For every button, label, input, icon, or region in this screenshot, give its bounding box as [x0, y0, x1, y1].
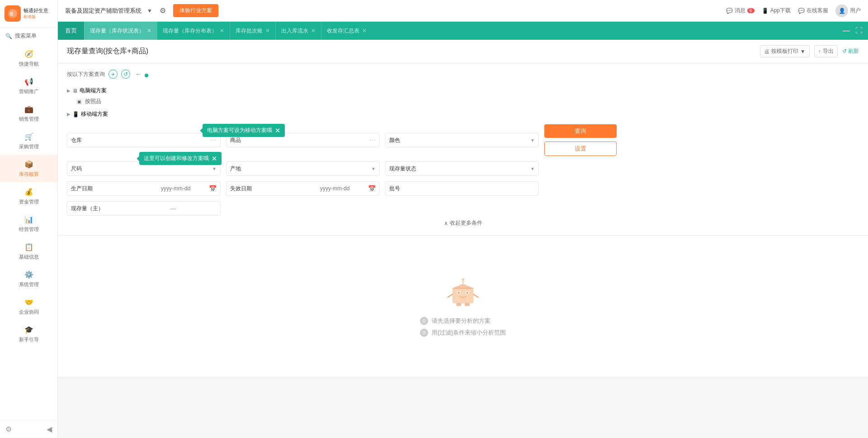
- expiry-date-input[interactable]: [320, 185, 365, 192]
- refresh-button[interactable]: ↺ 刷新: [842, 47, 859, 55]
- top-header: 装备及固定资产辅助管理系统 ▼ ⚙ 体验行业方案 💬 消息 6 📱 App下载 …: [58, 0, 868, 22]
- sidebar-item-purchase[interactable]: 🛒 采购管理: [0, 127, 57, 155]
- settings-icon[interactable]: ⚙: [5, 425, 12, 433]
- sidebar-item-system[interactable]: ⚙️ 系统管理: [0, 265, 57, 292]
- print-button[interactable]: 🖨 按模板打印 ▼: [760, 45, 810, 57]
- stock-status-field[interactable]: 现存量状态 ▼: [385, 161, 539, 176]
- filter-row-4: 现存量（主） —: [67, 201, 859, 216]
- message-button[interactable]: 💬 消息 6: [726, 7, 755, 14]
- app-download-button[interactable]: 📱 App下载: [762, 7, 791, 14]
- avatar-icon: 👤: [839, 8, 845, 14]
- tab-inventory-status[interactable]: 现存量（库存状况表） ✕: [84, 22, 157, 40]
- online-service-label: 在线客服: [807, 7, 828, 14]
- service-icon: 💬: [798, 8, 805, 14]
- header-left: 装备及固定资产辅助管理系统 ▼ ⚙ 体验行业方案: [65, 4, 218, 17]
- scheme-item-mobile[interactable]: ▶ 📱 移动端方案: [67, 108, 859, 120]
- app-download-label: App下载: [770, 7, 791, 14]
- collapse-button[interactable]: ∧ 收起更多条件: [67, 216, 859, 229]
- sidebar-search[interactable]: 🔍 搜索菜单: [0, 28, 57, 44]
- sidebar-nav: 🧭 快捷导航 📢 营销推广 💼 销售管理 🛒 采购管理 📦 库存核算 💰 资金管…: [0, 44, 57, 420]
- sidebar-item-marketing[interactable]: 📢 营销推广: [0, 72, 57, 99]
- sidebar-item-management[interactable]: 📊 经营管理: [0, 210, 57, 237]
- warehouse-field[interactable]: 仓库 ⋯: [67, 133, 221, 147]
- nav-icon-system: ⚙️: [24, 269, 34, 279]
- stock-qty-input[interactable]: [180, 205, 217, 212]
- tooltip1-close-button[interactable]: ✕: [275, 127, 280, 134]
- header-right: 💬 消息 6 📱 App下载 💬 在线客服 👤 用户: [726, 5, 861, 17]
- collapse-sidebar-icon[interactable]: ◀: [47, 425, 52, 433]
- tooltip2-close-button[interactable]: ✕: [212, 155, 217, 162]
- tab-maximize-icon[interactable]: ⛶: [854, 27, 864, 35]
- tab-close-icon[interactable]: ✕: [311, 28, 316, 34]
- filter-back-button[interactable]: ←: [134, 70, 143, 79]
- user-avatar: 👤: [835, 5, 848, 17]
- search-icon: 🔍: [5, 33, 12, 39]
- nav-icon-purchase: 🛒: [24, 132, 34, 141]
- collapse-label: 收起更多条件: [450, 219, 482, 227]
- stock-qty-field[interactable]: 现存量（主） —: [67, 201, 221, 216]
- sidebar-item-finance[interactable]: 💰 资金管理: [0, 182, 57, 210]
- scheme-item-pc[interactable]: ▶ 🖥 电脑端方案: [67, 85, 859, 96]
- batch-field[interactable]: 批号: [385, 181, 539, 196]
- pc-scheme-label: 电脑端方案: [80, 87, 107, 94]
- sub-scheme-item[interactable]: ▣ 按照品: [67, 96, 859, 107]
- tab-home[interactable]: 首页: [58, 22, 84, 40]
- export-button[interactable]: ↑ 导出: [814, 45, 838, 57]
- sidebar-item-label: 系统管理: [19, 281, 39, 288]
- sidebar-item-navigation[interactable]: 🧭 快捷导航: [0, 44, 57, 72]
- header-settings-button[interactable]: ⚙: [158, 5, 168, 17]
- tab-close-icon[interactable]: ✕: [362, 28, 367, 34]
- sidebar-item-basic-info[interactable]: 📋 基础信息: [0, 237, 57, 265]
- print-label: 按模板打印: [771, 47, 798, 55]
- filter-section: 按以下方案查询 + ↺ ← ▶ 🖥 电脑端方案 ▣: [58, 63, 868, 235]
- tab-home-label: 首页: [65, 27, 77, 35]
- filter-reset-button[interactable]: ↺: [121, 70, 130, 79]
- nav-icon-finance: 💰: [24, 187, 34, 197]
- user-button[interactable]: 👤 用户: [835, 5, 861, 17]
- stock-qty-label: 现存量（主）: [71, 205, 165, 212]
- tab-close-icon[interactable]: ✕: [220, 28, 224, 34]
- tab-receive-dispatch[interactable]: 收发存汇总表 ✕: [321, 22, 372, 40]
- online-service-button[interactable]: 💬 在线客服: [798, 7, 828, 14]
- svg-rect-2: [453, 288, 474, 303]
- filter-rows: 仓库 ⋯ 商品 ⋯ 颜色 ▼: [67, 124, 859, 216]
- batch-label: 批号: [389, 185, 535, 193]
- tab-close-icon[interactable]: ✕: [147, 28, 151, 34]
- expiry-date-calendar-icon[interactable]: 📅: [368, 185, 376, 192]
- tab-in-out-flow[interactable]: 出入库流水 ✕: [275, 22, 321, 40]
- tab-batch-account[interactable]: 库存批次账 ✕: [230, 22, 275, 40]
- origin-field[interactable]: 产地 ▼: [226, 161, 380, 176]
- step-num-2: ②: [420, 329, 428, 337]
- tab-close-icon[interactable]: ✕: [265, 28, 270, 34]
- tab-minimize-icon[interactable]: —: [841, 27, 852, 35]
- mobile-icon: 📱: [762, 8, 769, 14]
- nav-icon-management: 📊: [24, 214, 34, 224]
- production-date-calendar-icon[interactable]: 📅: [209, 185, 217, 192]
- color-field[interactable]: 颜色 ▼: [385, 133, 539, 147]
- production-date-field[interactable]: 生产日期 📅: [67, 181, 221, 196]
- logo-text: 畅通好生意: [24, 7, 48, 14]
- expiry-date-field[interactable]: 失效日期 📅: [226, 181, 380, 196]
- tab-label: 收发存汇总表: [327, 27, 359, 35]
- sidebar-item-sales[interactable]: 💼 销售管理: [0, 99, 57, 127]
- production-date-input[interactable]: [161, 185, 206, 192]
- sub-scheme-label: 按照品: [85, 98, 101, 105]
- tab-controls: — ⛶: [837, 22, 868, 40]
- nav-icon-basic-info: 📋: [24, 242, 34, 252]
- step-num-1: ①: [420, 317, 428, 325]
- message-label: 消息: [735, 7, 745, 14]
- sidebar-item-label: 基础信息: [19, 254, 39, 260]
- main-area: 装备及固定资产辅助管理系统 ▼ ⚙ 体验行业方案 💬 消息 6 📱 App下载 …: [58, 0, 868, 438]
- sidebar-item-inventory[interactable]: 📦 库存核算: [0, 155, 57, 182]
- setting-button[interactable]: 设置: [544, 141, 617, 156]
- tab-inventory-distribution[interactable]: 现存量（库存分布表） ✕: [157, 22, 230, 40]
- industry-button[interactable]: 体验行业方案: [173, 4, 218, 17]
- system-dropdown[interactable]: ▼: [147, 8, 152, 14]
- search-button[interactable]: 查询: [544, 124, 617, 138]
- scheme-arrow-icon: ▶: [67, 88, 71, 93]
- filter-add-button[interactable]: +: [108, 70, 118, 79]
- sidebar-item-guide[interactable]: 🎓 新手引导: [0, 320, 57, 348]
- empty-state: ① 请先选择要分析的方案 ② 用[过滤]条件来缩小分析范围: [58, 235, 868, 377]
- sidebar-item-enterprise[interactable]: 🤝 企业协同: [0, 292, 57, 320]
- sidebar-item-label: 采购管理: [19, 143, 39, 150]
